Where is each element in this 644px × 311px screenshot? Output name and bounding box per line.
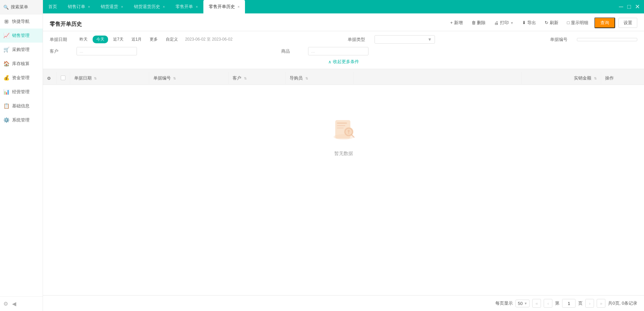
empty-state: 暂无数据 [43,85,644,184]
th-amount[interactable]: 实销金额 ⇅ [522,72,601,85]
sidebar-item-label: 经营管理 [12,89,30,95]
tab-retail-open-history-close[interactable]: × [238,5,240,9]
page-size-select[interactable]: 50 ▼ [515,300,530,307]
th-settings[interactable]: ⚙ [43,72,56,85]
th-bill-date[interactable]: 单据日期 ⇅ [70,72,149,85]
sidebar-item-system-mgmt[interactable]: ⚙️ 系统管理 [0,113,43,127]
next-page-button[interactable]: › [585,299,594,308]
tab-sales-order[interactable]: 销售订单 × [62,0,95,13]
date-1month-btn[interactable]: 近1月 [129,36,145,43]
query-button[interactable]: 查询 [594,17,615,28]
th-guide-label: 导购员 [290,75,303,81]
sidebar-item-operations[interactable]: 📊 经营管理 [0,85,43,99]
system-mgmt-icon: ⚙️ [3,117,9,123]
select-all-checkbox[interactable] [61,75,65,80]
sidebar-item-label: 快捷导航 [12,18,30,24]
customer-filter-label: 客户 [50,48,70,54]
finance-icon: 💰 [3,75,9,81]
tab-retail-open-history[interactable]: 零售开单历史 × [203,0,245,13]
sidebar-search[interactable]: 🔍 搜索菜单 [0,0,43,14]
sidebar-item-label: 采购管理 [12,47,30,53]
tab-sales-return-label: 销货退货 [101,4,118,10]
table-settings-icon[interactable]: ⚙ [47,76,51,81]
collapse-button[interactable]: ∧ 收起更多条件 [328,59,359,65]
tab-sales-return[interactable]: 销货退货 × [95,0,128,13]
current-page-input[interactable] [562,299,576,308]
tab-home-label: 首页 [48,4,57,10]
add-button[interactable]: + 新增 [448,18,465,27]
collapse-up-icon: ∧ [328,59,332,64]
th-guide[interactable]: 导购员 ⇅ [286,72,354,85]
sidebar-collapse-button[interactable]: ◀ [12,301,16,307]
filter-row-2: 客户 ... 商品 ... [50,47,637,55]
table-header-row: ⚙ 单据日期 ⇅ 单据编号 ⇅ [43,72,644,85]
refresh-button[interactable]: ↻ 刷新 [542,18,561,27]
minimize-icon[interactable]: ─ [619,3,623,10]
date-yesterday-btn[interactable]: 昨天 [77,36,91,43]
th-bill-no[interactable]: 单据编号 ⇅ [149,72,228,85]
tab-sales-return-close[interactable]: × [121,5,123,9]
purchase-mgmt-icon: 🛒 [3,47,9,53]
th-checkbox[interactable] [56,72,70,85]
sidebar-item-finance[interactable]: 💰 资金管理 [0,71,43,85]
sidebar: 🔍 搜索菜单 ⊞ 快捷导航 📈 销售管理 🛒 采购管理 🏠 库存核算 💰 资金管… [0,0,43,311]
restore-icon[interactable]: □ [627,3,631,10]
print-button[interactable]: 🖨 打印 ▼ [492,18,516,27]
main-area: 首页 销售订单 × 销货退货 × 销货退货历史 × 零售开单 × 零售开单历史 … [43,0,644,311]
customer-input[interactable]: ... [77,47,137,55]
bill-no-input[interactable] [577,38,637,41]
date-more-btn[interactable]: 更多 [147,36,161,43]
sidebar-item-purchase-mgmt[interactable]: 🛒 采购管理 [0,43,43,57]
sidebar-footer: ⚙ ◀ [0,296,43,311]
page-header: 零售开单历史 + 新增 🗑 删除 🖨 打印 ▼ ⬇ 导出 ↻ 刷新 □ 显示明细… [43,13,644,31]
page-size-arrow-icon: ▼ [524,302,527,305]
quick-nav-icon: ⊞ [3,18,9,24]
close-icon[interactable]: ✕ [635,3,640,10]
th-actions-label: 操作 [605,75,614,81]
tab-retail-open-close[interactable]: × [196,5,198,9]
print-arrow-icon: ▼ [510,21,513,25]
bill-no-sort-icon: ⇅ [173,76,176,80]
empty-icon [327,112,360,145]
svg-rect-2 [337,122,347,124]
th-actions: 操作 [601,72,644,85]
page-content: 零售开单历史 + 新增 🗑 删除 🖨 打印 ▼ ⬇ 导出 ↻ 刷新 □ 显示明细… [43,13,644,311]
filter-row-collapse: ∧ 收起更多条件 [50,59,637,65]
sidebar-item-sales-mgmt[interactable]: 📈 销售管理 [0,29,43,43]
tab-retail-open[interactable]: 零售开单 × [170,0,203,13]
sidebar-item-quick-nav[interactable]: ⊞ 快捷导航 [0,14,43,29]
sidebar-item-basic-info[interactable]: 📋 基础信息 [0,99,43,113]
customer-placeholder: ... [80,49,83,54]
delete-button[interactable]: 🗑 删除 [469,18,489,27]
goods-input[interactable]: ... [308,47,368,55]
empty-text: 暂无数据 [334,151,353,157]
date-today-btn[interactable]: 今天 [93,36,108,43]
show-detail-button[interactable]: □ 显示明细 [564,18,591,27]
bill-type-label: 单据类型 [348,37,368,43]
tab-home[interactable]: 首页 [43,0,62,13]
th-customer[interactable]: 客户 ⇅ [229,72,286,85]
amount-sort-icon: ⇅ [594,76,597,80]
page-size-value: 50 [518,301,523,306]
export-button[interactable]: ⬇ 导出 [519,18,539,27]
settings-button[interactable]: 设置 [618,18,637,28]
bill-type-select[interactable]: ▼ [375,35,435,44]
sidebar-item-inventory[interactable]: 🏠 库存核算 [0,57,43,71]
date-custom-btn[interactable]: 自定义 [163,36,181,43]
th-customer-label: 客户 [233,75,241,81]
prev-page-button[interactable]: ‹ [544,299,552,308]
first-page-button[interactable]: « [532,299,541,308]
tab-sales-return-history-close[interactable]: × [163,5,165,9]
tabs-bar: 首页 销售订单 × 销货退货 × 销货退货历史 × 零售开单 × 零售开单历史 … [43,0,644,13]
sidebar-settings-button[interactable]: ⚙ [3,301,8,307]
last-page-button[interactable]: » [597,299,605,308]
date-7days-btn[interactable]: 近7天 [110,36,127,43]
data-table: ⚙ 单据日期 ⇅ 单据编号 ⇅ [43,72,644,184]
sales-mgmt-icon: 📈 [3,33,9,39]
sidebar-item-label: 库存核算 [12,61,30,67]
tab-sales-return-history[interactable]: 销货退货历史 × [129,0,170,13]
tab-sales-order-close[interactable]: × [88,5,90,9]
sidebar-item-label: 资金管理 [12,75,30,81]
pagination-bar: 每页显示 50 ▼ « ‹ 第 页 › » 共0页, 0条记录 [43,295,644,311]
sidebar-search-label: 搜索菜单 [11,4,28,10]
